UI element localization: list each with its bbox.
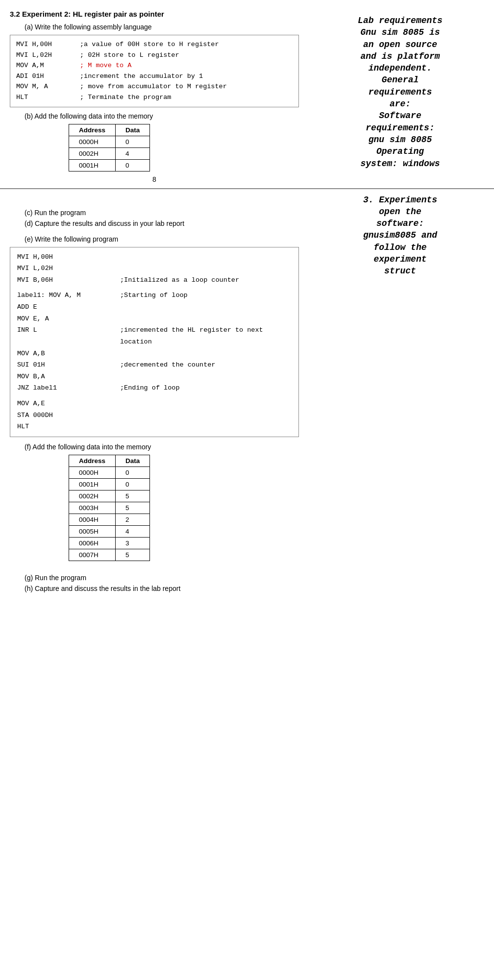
part-c-label: (c) Run the program: [25, 209, 299, 217]
prog-comment: ;incremented the HL register to next loc…: [120, 324, 292, 347]
table-row: 0006H3: [69, 537, 150, 549]
code-instruction: MVI L,02H: [16, 50, 70, 61]
table-cell: 5: [116, 490, 150, 502]
program-box-e: MVI H,00HMVI L,02HMVI B,06H;Initialized …: [10, 247, 299, 437]
table-cell: 4: [116, 147, 150, 159]
table-cell: 0000H: [69, 136, 116, 147]
prog-instruction: HLT: [17, 421, 105, 433]
part-f-label: (f) Add the following data into the memo…: [25, 443, 299, 451]
code-line: HLT; Terminate the program: [16, 92, 293, 103]
table-cell: 2: [116, 514, 150, 525]
prog-instruction: MOV A,E: [17, 398, 105, 410]
program-line: MOV E, A: [17, 313, 292, 325]
prog-instruction: MOV A,B: [17, 348, 105, 360]
table-header: Data: [116, 124, 150, 136]
table-row: 0007H5: [69, 549, 150, 561]
program-line: [17, 394, 292, 398]
sidebar-top: Lab requirements Gnu sim 8085 is an open…: [309, 10, 494, 188]
prog-instruction: JNZ label1: [17, 382, 105, 394]
program-line: label1: MOV A, M;Starting of loop: [17, 290, 292, 301]
code-comment: ; 02H store to L register: [80, 50, 179, 61]
table-cell: 0: [116, 478, 150, 490]
prog-instruction: MVI H,00H: [17, 251, 105, 263]
program-line: MOV B,A: [17, 371, 292, 383]
table-cell: 0007H: [69, 549, 116, 561]
part-e-label: (e) Write the following program: [25, 235, 299, 243]
table-cell: 0001H: [69, 478, 116, 490]
prog-instruction: label1: MOV A, M: [17, 290, 105, 301]
table-cell: 0006H: [69, 537, 116, 549]
table-header: Data: [116, 455, 150, 466]
table-row: 0002H5: [69, 490, 150, 502]
table-cell: 0: [116, 466, 150, 478]
program-line: MVI B,06H;Initialized as a loop counter: [17, 274, 292, 286]
table-row: 0004H2: [69, 514, 150, 525]
code-line: MOV M, A; move from accumulator to M reg…: [16, 81, 293, 92]
code-comment: ; Terminate the program: [80, 92, 171, 103]
data-table-2: AddressData0000H00001H00002H50003H50004H…: [69, 455, 150, 561]
table-row: 0001H0: [69, 159, 150, 171]
code-line: MOV A,M; M move to A: [16, 60, 293, 71]
table-cell: 5: [116, 549, 150, 561]
program-line: HLT: [17, 421, 292, 433]
code-instruction: MOV M, A: [16, 81, 70, 92]
table-cell: 0004H: [69, 514, 116, 525]
program-line: MVI L,02H: [17, 263, 292, 274]
code-instruction: MVI H,00H: [16, 39, 70, 50]
table-cell: 0: [116, 136, 150, 147]
table-cell: 0001H: [69, 159, 116, 171]
code-box-a: MVI H,00H;a value of 00H store to H regi…: [10, 35, 299, 107]
table-row: 0003H5: [69, 502, 150, 514]
table-cell: 3: [116, 537, 150, 549]
prog-comment: ;Ending of loop: [120, 382, 180, 394]
table-header: Address: [69, 455, 116, 466]
sidebar-text-top: Lab requirements Gnu sim 8085 is an open…: [314, 15, 487, 170]
program-line: MOV A,E: [17, 398, 292, 410]
table-row: 0002H4: [69, 147, 150, 159]
table-row: 0000H0: [69, 136, 150, 147]
table-cell: 5: [116, 502, 150, 514]
prog-instruction: ADD E: [17, 301, 105, 313]
prog-comment: ;decremented the counter: [120, 359, 215, 371]
table-cell: 0005H: [69, 525, 116, 537]
part-a-label: (a) Write the following assembly languag…: [25, 23, 299, 31]
table-cell: 0000H: [69, 466, 116, 478]
table-row: 0001H0: [69, 478, 150, 490]
data-table-1: AddressData0000H00002H40001H0: [69, 124, 150, 172]
prog-comment: ;Initialized as a loop counter: [120, 274, 239, 286]
lower-left-section: (c) Run the program (d) Capture the resu…: [0, 189, 309, 595]
program-line: [17, 286, 292, 290]
code-line: MVI L,02H; 02H store to L register: [16, 50, 293, 61]
code-instruction: MOV A,M: [16, 60, 70, 71]
page-number: 8: [10, 175, 299, 183]
program-line: ADD E: [17, 301, 292, 313]
program-line: STA 000DH: [17, 410, 292, 421]
code-instruction: HLT: [16, 92, 70, 103]
prog-instruction: MVI B,06H: [17, 274, 105, 286]
table-row: 0000H0: [69, 466, 150, 478]
prog-instruction: MVI L,02H: [17, 263, 105, 274]
code-line: MVI H,00H;a value of 00H store to H regi…: [16, 39, 293, 50]
sidebar-text-bottom: 3. Experiments open the software: gnusim…: [363, 195, 437, 276]
program-line: INR L;incremented the HL register to nex…: [17, 324, 292, 347]
code-line: ADI 01H;increment the accumulator by 1: [16, 71, 293, 82]
code-comment: ; M move to A: [80, 60, 131, 71]
table-cell: 0002H: [69, 147, 116, 159]
code-comment: ;increment the accumulator by 1: [80, 71, 203, 82]
part-h-label: (h) Capture and discuss the results in t…: [25, 585, 299, 592]
program-line: MVI H,00H: [17, 251, 292, 263]
program-line: MOV A,B: [17, 348, 292, 360]
table-cell: 0002H: [69, 490, 116, 502]
code-comment: ; move from accumulator to M register: [80, 81, 227, 92]
prog-instruction: MOV E, A: [17, 313, 105, 325]
prog-instruction: MOV B,A: [17, 371, 105, 383]
part-g-label: (g) Run the program: [25, 574, 299, 582]
prog-instruction: STA 000DH: [17, 410, 105, 421]
table-cell: 4: [116, 525, 150, 537]
part-d-label: (d) Capture the results and discuss in y…: [25, 220, 299, 227]
prog-instruction: INR L: [17, 324, 105, 347]
code-instruction: ADI 01H: [16, 71, 70, 82]
prog-comment: ;Starting of loop: [120, 290, 188, 301]
table-cell: 0003H: [69, 502, 116, 514]
part-b-label: (b) Add the following data into the memo…: [25, 112, 299, 120]
